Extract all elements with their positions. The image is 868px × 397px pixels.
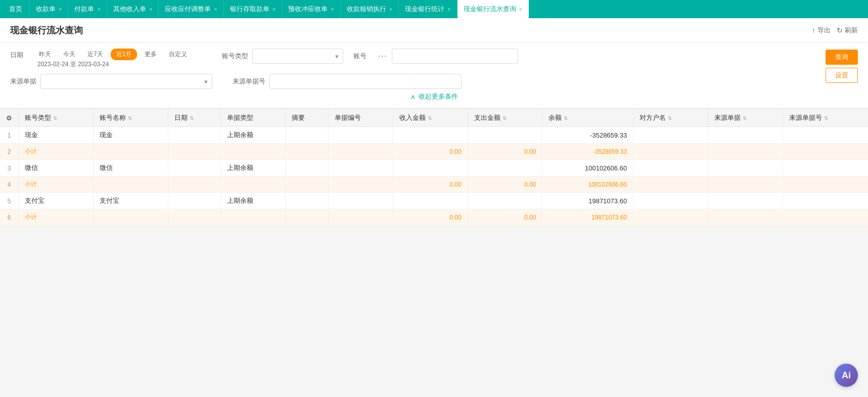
- account-input[interactable]: [392, 49, 518, 64]
- sort-icon: ⇅: [53, 115, 57, 121]
- cell-account-type: 支付宝: [19, 193, 94, 209]
- collapse-icon: ∧: [410, 93, 416, 101]
- export-button[interactable]: ↑ 导出: [812, 26, 831, 35]
- th-date[interactable]: 日期⇅: [168, 109, 221, 127]
- date-custom[interactable]: 自定义: [164, 49, 192, 60]
- close-icon[interactable]: ×: [59, 6, 62, 12]
- close-icon[interactable]: ×: [149, 6, 152, 12]
- cell-source-doc: [708, 144, 783, 160]
- source-doc-select[interactable]: ▾: [40, 74, 212, 89]
- cell-doc-type: 上期余额: [221, 160, 286, 177]
- cell-source-doc: [708, 177, 783, 193]
- query-button[interactable]: 查询: [826, 50, 858, 65]
- cell-doc-no: [328, 193, 393, 209]
- cell-account-type: 小计: [19, 144, 94, 160]
- cell-date: [168, 127, 221, 144]
- nav-tab-receipt[interactable]: 收款单 ×: [30, 0, 68, 18]
- close-icon[interactable]: ×: [214, 6, 217, 12]
- cell-account-name: [93, 177, 168, 193]
- nav-tab-other-income[interactable]: 其他收入单 ×: [107, 0, 159, 18]
- nav-tab-write-off[interactable]: 收款核销执行 ×: [341, 0, 399, 18]
- top-navigation: 首页 收款单 × 付款单 × 其他收入单 × 应收应付调整单 × 银行存取款单 …: [0, 0, 868, 18]
- collapse-label: 收起更多条件: [419, 92, 458, 101]
- sort-icon: ⇅: [824, 115, 828, 121]
- row-num: 2: [0, 144, 19, 160]
- cell-income: [393, 193, 468, 209]
- collapse-bar[interactable]: ∧ 收起更多条件: [10, 89, 858, 102]
- th-income[interactable]: 收入金额⇅: [393, 109, 468, 127]
- source-doc-no-input[interactable]: [269, 74, 462, 89]
- row-num: 6: [0, 209, 19, 226]
- th-counterpart[interactable]: 对方户名⇅: [633, 109, 708, 127]
- close-icon[interactable]: ×: [97, 6, 100, 12]
- close-icon[interactable]: ×: [331, 6, 334, 12]
- th-account-type[interactable]: 账号类型⇅: [19, 109, 94, 127]
- close-icon[interactable]: ×: [272, 6, 276, 12]
- nav-tab-prepaid[interactable]: 预收冲应收单 ×: [282, 0, 340, 18]
- row-num: 5: [0, 193, 19, 209]
- th-source-doc-no[interactable]: 来源单据号⇅: [783, 109, 868, 127]
- cell-counterpart: [633, 209, 708, 226]
- cell-source-doc: [708, 160, 783, 177]
- source-doc-no-label: 来源单据号: [233, 77, 265, 86]
- cell-income: [393, 127, 468, 144]
- more-options-icon[interactable]: ···: [378, 52, 387, 61]
- th-source-doc[interactable]: 来源单据⇅: [708, 109, 783, 127]
- date-more[interactable]: 更多: [140, 49, 161, 60]
- nav-tab-bank-deposit[interactable]: 银行存取款单 ×: [224, 0, 282, 18]
- nav-home[interactable]: 首页: [2, 0, 30, 18]
- cell-doc-type: [221, 209, 286, 226]
- cell-counterpart: [633, 144, 708, 160]
- close-icon[interactable]: ×: [519, 6, 522, 12]
- cell-account-name: [93, 144, 168, 160]
- refresh-button[interactable]: ↻ 刷新: [837, 26, 858, 35]
- chevron-down-icon: ▾: [204, 78, 208, 85]
- cell-counterpart: [633, 177, 708, 193]
- cell-source-doc-no: [783, 193, 868, 209]
- cell-income: 0.00: [393, 209, 468, 226]
- cell-expense: 0.00: [468, 177, 542, 193]
- close-icon[interactable]: ×: [389, 6, 392, 12]
- date-yesterday[interactable]: 昨天: [34, 49, 56, 60]
- cell-counterpart: [633, 193, 708, 209]
- cell-account-type: 现金: [19, 127, 94, 144]
- date-7days[interactable]: 近7天: [83, 49, 108, 60]
- cell-summary: [286, 177, 329, 193]
- refresh-icon: ↻: [837, 26, 843, 34]
- cell-doc-type: [221, 177, 286, 193]
- row-num: 4: [0, 177, 19, 193]
- th-expense[interactable]: 支出金额⇅: [468, 109, 542, 127]
- cell-account-name: 微信: [93, 160, 168, 177]
- cell-balance: 100102606.60: [542, 177, 633, 193]
- page-title: 现金银行流水查询: [10, 24, 83, 36]
- cell-source-doc-no: [783, 127, 868, 144]
- nav-tab-cash-bank-stats[interactable]: 现金银行统计 ×: [399, 0, 457, 18]
- cell-doc-type: 上期余额: [221, 127, 286, 144]
- th-doc-no: 单据编号: [328, 109, 393, 127]
- table-settings-col[interactable]: ⚙: [0, 109, 19, 127]
- row-num: 3: [0, 160, 19, 177]
- settings-button[interactable]: 设置: [826, 68, 858, 83]
- page-header: 现金银行流水查询 ↑ 导出 ↻ 刷新: [0, 18, 868, 42]
- cell-doc-no: [328, 144, 393, 160]
- close-icon[interactable]: ×: [447, 6, 450, 12]
- table-row: 3微信微信上期余额100102606.60: [0, 160, 868, 177]
- nav-tab-payment[interactable]: 付款单 ×: [68, 0, 107, 18]
- cell-balance: 19871073.60: [542, 193, 633, 209]
- source-row: 来源单据 ▾ 来源单据号: [10, 74, 815, 89]
- account-type-select[interactable]: ▾: [252, 49, 343, 64]
- account-label: 账号: [353, 52, 374, 61]
- date-1month[interactable]: 近1月: [111, 49, 138, 60]
- cell-doc-no: [328, 209, 393, 226]
- filter-area: 日期 昨天 今天 近7天 近1月 更多 自定义 2023-02-24 至 202…: [0, 42, 868, 109]
- th-account-name[interactable]: 账号名称⇅: [93, 109, 168, 127]
- nav-tab-adjustment[interactable]: 应收应付调整单 ×: [159, 0, 223, 18]
- date-today[interactable]: 今天: [59, 49, 80, 60]
- cell-date: [168, 160, 221, 177]
- cell-date: [168, 144, 221, 160]
- nav-tab-cash-bank-flow[interactable]: 现金银行流水查询 ×: [458, 0, 529, 18]
- th-balance[interactable]: 余额⇅: [542, 109, 633, 127]
- cell-source-doc-no: [783, 177, 868, 193]
- header-actions: ↑ 导出 ↻ 刷新: [812, 26, 858, 35]
- cell-summary: [286, 144, 329, 160]
